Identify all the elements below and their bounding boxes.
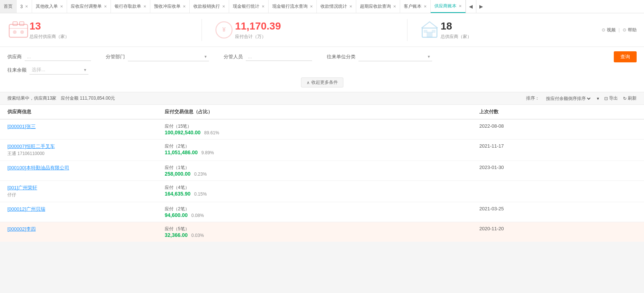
supplier-link[interactable]: [000002]李四 (7, 226, 165, 232)
table-row: [000100]本特勤油品有限公司 应付（1笔） 258,000.00 0.23… (0, 161, 644, 181)
balance-filter-label: 往来余额 (7, 67, 27, 73)
dept-filter-select[interactable]: ▼ (128, 52, 209, 61)
collapse-button[interactable]: ∧ 收起更多条件 (301, 77, 343, 87)
supplier-link[interactable]: [000007]恒旺二手叉车 (7, 143, 165, 150)
trade-amount[interactable]: 164,635.90 (165, 191, 190, 197)
close-icon[interactable]: ✕ (310, 4, 313, 8)
result-info: 搜索结果中，供应商13家 应付金额 111,703,854.00元 (7, 95, 115, 101)
help-icon: ⊙ (623, 27, 626, 32)
stat-value-suppliers: 13 (29, 20, 69, 32)
query-button[interactable]: 查询 (614, 51, 637, 62)
balance-select-text: 选择... (29, 65, 83, 74)
close-icon[interactable]: ✕ (60, 4, 63, 8)
export-icon: ⊡ (604, 96, 608, 101)
trade-amount[interactable]: 100,092,540.00 (165, 130, 200, 135)
close-icon[interactable]: ✕ (349, 4, 352, 8)
filter-section: 供应商 分管部门 ▼ 分管人员 往来单位分类 ▼ 查询 往 (0, 47, 644, 92)
trade-percent: 89.61% (204, 130, 219, 135)
close-icon[interactable]: ✕ (183, 4, 186, 8)
refresh-button[interactable]: ↻ 刷新 (623, 95, 637, 101)
last-payment-cell: 2022-08-08 (479, 123, 637, 129)
nav-tab-overdue[interactable]: 超期应收款查询 ✕ (356, 0, 400, 13)
svg-point-5 (20, 30, 24, 34)
export-button[interactable]: ⊡ 导出 (604, 95, 618, 101)
trade-amount-row: 164,635.90 0.15% (165, 191, 479, 197)
last-payment-cell: 2020-11-20 (479, 226, 637, 231)
nav-tab-supplier-ledger[interactable]: 供应商账本 ✕ (431, 0, 466, 13)
unit-filter-select[interactable]: ▼ (358, 52, 432, 61)
close-icon[interactable]: ✕ (104, 4, 107, 8)
stat-block-total-suppliers: 18 总供应商（家） (419, 19, 602, 41)
person-filter-label: 分管人员 (224, 54, 243, 60)
trade-info-cell: 应付（4笔） 164,635.90 0.15% (165, 185, 479, 197)
supplier-info-cell: [001]广州荣轩 仔仔 (7, 185, 165, 198)
nav-tab-3[interactable]: 3 ✕ (17, 0, 32, 13)
nav-tab-other-income[interactable]: 其他收入单 ✕ (32, 0, 67, 13)
trade-amount-row: 11,051,486.00 9.89% (165, 149, 479, 155)
supplier-sub: 仔仔 (7, 192, 165, 198)
person-filter-input[interactable] (246, 53, 312, 61)
close-icon[interactable]: ✕ (143, 4, 146, 8)
last-payment-cell: 2021-11-17 (479, 143, 637, 149)
balance-filter-select[interactable]: 选择... ▼ (29, 65, 88, 75)
close-icon[interactable]: ✕ (222, 4, 225, 8)
top-link-help[interactable]: 帮助 (628, 27, 637, 33)
supplier-table: 供应商信息 应付交易信息（占比） 上次付数 [000001]张三 应付（15笔）… (0, 105, 644, 242)
supplier-sub: 王通 17106110000 (7, 151, 165, 157)
trade-amount[interactable]: 32,366.00 (165, 232, 188, 238)
nav-tab-collection-stat[interactable]: 收款情况统计 ✕ (317, 0, 356, 13)
nav-tab-customer-ledger[interactable]: 客户账本 ✕ (400, 0, 431, 13)
close-icon[interactable]: ✕ (393, 4, 396, 8)
trade-amount[interactable]: 258,000.00 (165, 171, 190, 177)
table-header: 供应商信息 应付交易信息（占比） 上次付数 (0, 105, 644, 120)
trade-amount[interactable]: 94,600.00 (165, 212, 188, 218)
table-row: [000007]恒旺二手叉车 王通 17106110000 应付（2笔） 11,… (0, 139, 644, 161)
supplier-filter-input[interactable] (25, 53, 91, 61)
payable-icon: ¥ (213, 19, 235, 41)
trade-amount-row: 32,366.00 0.03% (165, 232, 479, 238)
trade-amount[interactable]: 11,051,486.00 (165, 149, 198, 155)
nav-tab-advance[interactable]: 预收冲应收单 ✕ (150, 0, 190, 13)
sort-select[interactable]: 按应付余额倒序排序 (545, 96, 592, 101)
nav-tab-ar-adjust[interactable]: 应收应付调整单 ✕ (67, 0, 111, 13)
filter-item-dept: 分管部门 ▼ (106, 52, 209, 61)
top-link-video[interactable]: 视频 (607, 27, 616, 33)
trade-label: 应付（5笔） (165, 226, 479, 232)
close-icon[interactable]: ✕ (262, 4, 265, 8)
stat-divider-2 (407, 19, 407, 41)
stat-info-payable: 11,170.39 应付合计（万） (235, 20, 281, 40)
supplier-filter-label: 供应商 (7, 54, 22, 60)
trade-percent: 0.15% (194, 192, 207, 197)
supplier-link[interactable]: [000001]张三 (7, 123, 165, 130)
unit-dropdown-icon: ▼ (427, 55, 432, 59)
nav-tab-cash-flow[interactable]: 现金银行流水查询 ✕ (269, 0, 317, 13)
trade-amount-row: 100,092,540.00 89.61% (165, 130, 479, 135)
supplier-link[interactable]: [000012]广州贝瑞 (7, 206, 165, 213)
close-icon[interactable]: ✕ (424, 4, 427, 8)
supplier-link[interactable]: [001]广州荣轩 (7, 185, 165, 191)
nav-right-arrow[interactable]: ▶ (476, 0, 486, 13)
stat-value-total-suppliers: 18 (441, 20, 472, 32)
trade-info-cell: 应付（2笔） 11,051,486.00 9.89% (165, 143, 479, 155)
close-icon[interactable]: ✕ (459, 4, 462, 8)
unit-filter-label: 往来单位分类 (327, 54, 356, 60)
nav-tab-collection[interactable]: 收款核销执行 ✕ (190, 0, 229, 13)
filter-item-supplier: 供应商 (7, 53, 91, 61)
filter-item-person: 分管人员 (224, 53, 312, 61)
nav-left-arrow[interactable]: ◀ (466, 0, 476, 13)
trade-info-cell: 应付（2笔） 94,600.00 0.08% (165, 206, 479, 218)
trade-label: 应付（15笔） (165, 123, 479, 130)
trade-percent: 0.03% (191, 233, 204, 238)
trade-info-cell: 应付（15笔） 100,092,540.00 89.61% (165, 123, 479, 135)
nav-tab-bank[interactable]: 银行存取款单 ✕ (111, 0, 150, 13)
nav-tab-cash-bank-stat[interactable]: 现金银行统计 ✕ (229, 0, 269, 13)
col-header-trade: 应付交易信息（占比） (165, 108, 479, 115)
col-header-last-payment: 上次付数 (479, 108, 637, 115)
filter-item-balance: 往来余额 选择... ▼ (7, 65, 88, 75)
result-supplier-count: 搜索结果中，供应商13家 (7, 95, 56, 101)
close-icon[interactable]: ✕ (25, 4, 28, 8)
supplier-link[interactable]: [000100]本特勤油品有限公司 (7, 165, 165, 171)
filter-item-unit: 往来单位分类 ▼ (327, 52, 432, 61)
nav-tab-home[interactable]: 首页 (0, 0, 17, 13)
stat-block-payable: ¥ 11,170.39 应付合计（万） (213, 19, 396, 41)
